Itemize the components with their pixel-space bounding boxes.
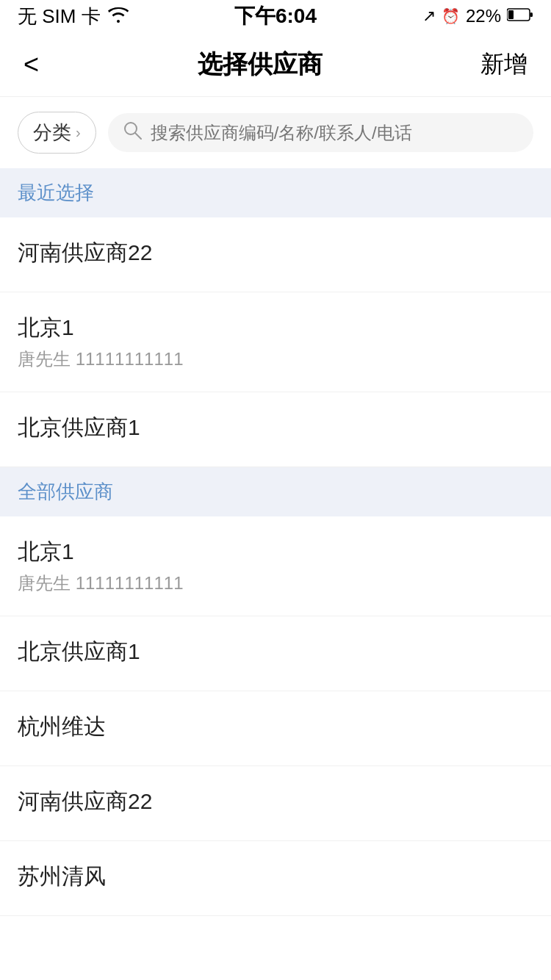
section-header-recent: 最近选择	[0, 168, 551, 217]
list-item[interactable]: 北京1唐先生 11111111111	[0, 516, 551, 616]
category-filter-button[interactable]: 分类 ›	[18, 112, 96, 154]
status-left: 无 SIM 卡	[18, 4, 129, 29]
list-item-name: 北京1	[18, 313, 533, 343]
svg-rect-1	[530, 12, 533, 17]
status-bar: 无 SIM 卡 下午6:04 ↗ ⏰ 22%	[0, 0, 551, 32]
list-item-subtitle: 唐先生 11111111111	[18, 347, 533, 371]
list-item[interactable]: 苏州清风	[0, 841, 551, 916]
list-item-name: 北京供应商1	[18, 637, 533, 667]
list-item-name: 苏州清风	[18, 862, 533, 892]
search-icon	[123, 120, 142, 145]
no-sim-text: 无 SIM 卡	[18, 4, 101, 29]
list-item-subtitle: 唐先生 11111111111	[18, 572, 533, 595]
battery-icon	[507, 6, 533, 26]
list-item-name: 北京1	[18, 537, 533, 567]
list-item[interactable]: 北京供应商1	[0, 616, 551, 691]
category-label: 分类	[33, 120, 71, 145]
list-item[interactable]: 河南供应商22	[0, 217, 551, 292]
list-item[interactable]: 北京1唐先生 11111111111	[0, 292, 551, 392]
section-header-all: 全部供应商	[0, 467, 551, 516]
supplier-list: 最近选择河南供应商22北京1唐先生 11111111111北京供应商1全部供应商…	[0, 168, 551, 916]
status-time: 下午6:04	[234, 2, 317, 30]
battery-percent: 22%	[466, 6, 501, 26]
list-item-name: 杭州维达	[18, 712, 533, 742]
status-right: ↗ ⏰ 22%	[422, 6, 533, 26]
location-icon: ↗	[422, 7, 436, 26]
wifi-icon	[108, 5, 129, 28]
section-header-text-all: 全部供应商	[18, 480, 113, 502]
search-bar	[108, 113, 533, 152]
svg-rect-2	[508, 10, 514, 19]
chevron-right-icon: ›	[76, 124, 81, 141]
search-input[interactable]	[151, 123, 519, 143]
list-item-name: 北京供应商1	[18, 413, 533, 443]
list-item-name: 河南供应商22	[18, 238, 533, 268]
list-item-name: 河南供应商22	[18, 787, 533, 817]
list-item[interactable]: 河南供应商22	[0, 766, 551, 841]
back-button[interactable]: <	[24, 51, 39, 78]
svg-line-4	[135, 133, 141, 139]
alarm-icon: ⏰	[442, 7, 460, 25]
section-header-text-recent: 最近选择	[18, 181, 94, 203]
page-title: 选择供应商	[39, 48, 480, 82]
nav-bar: < 选择供应商 新增	[0, 32, 551, 97]
filter-bar: 分类 ›	[0, 97, 551, 168]
add-button[interactable]: 新增	[480, 48, 527, 81]
list-item[interactable]: 北京供应商1	[0, 392, 551, 467]
list-item[interactable]: 杭州维达	[0, 691, 551, 766]
